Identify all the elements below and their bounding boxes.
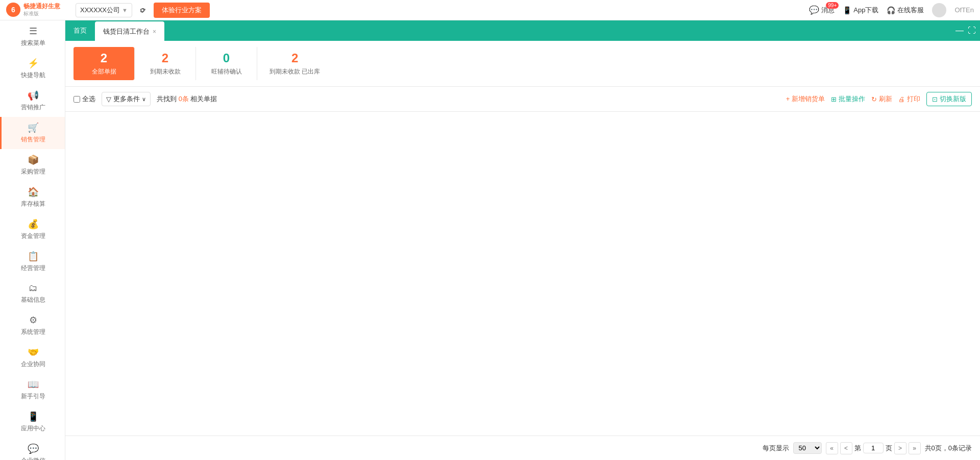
sidebar-item-2[interactable]: 📢营销推广 <box>0 85 65 117</box>
top-right: 💬 消息 99+ 📱 App下载 🎧 在线客服 OfTEn <box>809 3 974 17</box>
switch-version-button[interactable]: ⊡ 切换新版 <box>926 92 972 106</box>
switch-icon: ⊡ <box>932 95 938 103</box>
stat-card-0[interactable]: 2 全部单据 <box>74 47 135 80</box>
sidebar-item-8[interactable]: 🗂基础信息 <box>0 278 65 309</box>
sidebar-icon-9: ⚙ <box>29 314 37 326</box>
page-label-prefix: 第 <box>854 444 861 453</box>
current-page-input[interactable] <box>863 443 884 453</box>
gear-icon <box>138 6 146 14</box>
stat-number-3: 2 <box>291 51 298 65</box>
sidebar-label-3: 销售管理 <box>21 135 45 144</box>
stat-card-3[interactable]: 2 到期未收款 已出库 <box>257 47 332 80</box>
app-download-button[interactable]: 📱 App下载 <box>843 6 878 15</box>
sidebar-label-2: 营销推广 <box>21 103 45 112</box>
company-selector[interactable]: XXXXXX公司 ▼ <box>76 3 132 17</box>
sidebar: ☰搜索菜单⚡快捷导航📢营销推广🛒销售管理📦采购管理🏠库存核算💰资金管理📋经营管理… <box>0 20 65 460</box>
sidebar-label-10: 企业协同 <box>21 360 45 369</box>
print-icon: 🖨 <box>898 95 905 103</box>
sidebar-label-8: 基础信息 <box>21 296 45 304</box>
filter-button[interactable]: ▽ 更多条件 ∨ <box>102 92 151 106</box>
sidebar-icon-6: 💰 <box>28 219 39 230</box>
found-count: 0条 <box>179 95 189 103</box>
logo-text: 畅捷通好生意 <box>23 3 60 10</box>
next-page-button[interactable]: > <box>894 442 906 454</box>
sidebar-label-6: 资金管理 <box>21 232 45 240</box>
add-order-button[interactable]: + 新增销货单 <box>786 94 825 104</box>
tab-minimize-icon[interactable]: — <box>955 26 964 35</box>
tab-qianhuorizuo[interactable]: 钱货日清工作台 × <box>95 21 164 42</box>
sidebar-item-11[interactable]: 📖新手引导 <box>0 374 65 406</box>
message-badge: 99+ <box>826 2 839 9</box>
avatar[interactable] <box>932 3 946 17</box>
tab-close-icon[interactable]: × <box>153 28 156 35</box>
per-page-select[interactable]: 50 20 100 <box>793 442 822 454</box>
prev-page-button[interactable]: < <box>840 442 852 454</box>
user-name[interactable]: OfTEn <box>954 6 974 14</box>
sidebar-icon-3: 🛒 <box>28 122 39 133</box>
sidebar-icon-2: 📢 <box>28 90 39 101</box>
sidebar-label-1: 快捷导航 <box>21 71 45 80</box>
sidebar-icon-0: ☰ <box>29 26 37 37</box>
phone-icon: 📱 <box>843 6 851 14</box>
sidebar-item-1[interactable]: ⚡快捷导航 <box>0 53 65 85</box>
headset-icon: 🎧 <box>887 6 895 14</box>
sidebar-item-3[interactable]: 🛒销售管理 <box>0 117 65 149</box>
logo-sub: 标准版 <box>23 10 60 17</box>
sidebar-item-13[interactable]: 💬企业微信 <box>0 438 65 460</box>
message-icon: 💬 <box>809 5 819 15</box>
stat-card-1[interactable]: 2 到期未收款 <box>135 47 196 80</box>
sidebar-item-6[interactable]: 💰资金管理 <box>0 213 65 246</box>
stat-number-1: 2 <box>162 51 168 65</box>
batch-icon: ⊞ <box>831 95 837 103</box>
stat-number-0: 2 <box>101 51 107 65</box>
sidebar-item-0[interactable]: ☰搜索菜单 <box>0 20 65 53</box>
first-page-button[interactable]: « <box>826 442 838 454</box>
logo-area: 6 畅捷通好生意 标准版 <box>6 3 71 17</box>
sidebar-label-4: 采购管理 <box>21 167 45 176</box>
sidebar-item-4[interactable]: 📦采购管理 <box>0 149 65 181</box>
sidebar-icon-12: 📱 <box>28 411 39 422</box>
stat-label-0: 全部单据 <box>92 67 116 76</box>
per-page-label: 每页显示 <box>763 444 789 453</box>
sidebar-label-13: 企业微信 <box>21 456 45 460</box>
select-all-input[interactable] <box>74 96 80 103</box>
last-page-button[interactable]: » <box>909 442 921 454</box>
sidebar-item-10[interactable]: 🤝企业协同 <box>0 342 65 374</box>
tab-maximize-icon[interactable]: ⛶ <box>968 26 976 35</box>
experience-button[interactable]: 体验行业方案 <box>154 3 210 18</box>
batch-operation-button[interactable]: ⊞ 批量操作 <box>831 94 865 104</box>
pagination: 每页显示 50 20 100 « < 第 页 <box>65 435 980 460</box>
page-navigation: « < 第 页 > » <box>826 442 921 454</box>
sidebar-icon-1: ⚡ <box>28 58 39 69</box>
sidebar-item-5[interactable]: 🏠库存核算 <box>0 181 65 213</box>
sidebar-item-7[interactable]: 📋经营管理 <box>0 246 65 278</box>
sidebar-label-5: 库存核算 <box>21 200 45 208</box>
content-area: 首页 钱货日清工作台 × — ⛶ 2 全部单据 2 到期未收款 0 旺辅待确认 … <box>65 20 980 460</box>
sidebar-label-11: 新手引导 <box>21 392 45 401</box>
chevron-down-icon: ∨ <box>142 96 146 103</box>
sidebar-label-0: 搜索菜单 <box>21 39 45 47</box>
select-all-checkbox[interactable]: 全选 <box>74 94 95 104</box>
sidebar-label-7: 经营管理 <box>21 264 45 273</box>
sidebar-icon-11: 📖 <box>28 379 39 390</box>
message-button[interactable]: 💬 消息 99+ <box>809 5 835 15</box>
toolbar: 全选 ▽ 更多条件 ∨ 共找到 0条 相关单据 + 新增销货单 <box>65 87 980 112</box>
found-text: 共找到 0条 相关单据 <box>157 94 217 104</box>
filter-icon: ▽ <box>106 95 111 103</box>
sidebar-icon-10: 🤝 <box>28 347 39 358</box>
sidebar-item-9[interactable]: ⚙系统管理 <box>0 309 65 342</box>
settings-button[interactable] <box>135 3 150 17</box>
stat-card-2[interactable]: 0 旺辅待确认 <box>196 47 257 80</box>
online-service-button[interactable]: 🎧 在线客服 <box>887 6 924 15</box>
stat-label-1: 到期未收款 <box>150 67 181 76</box>
tab-home[interactable]: 首页 <box>65 20 95 41</box>
sidebar-icon-4: 📦 <box>28 154 39 165</box>
sidebar-icon-5: 🏠 <box>28 186 39 198</box>
refresh-button[interactable]: ↻ 刷新 <box>871 94 892 104</box>
sidebar-item-12[interactable]: 📱应用中心 <box>0 406 65 438</box>
refresh-icon: ↻ <box>871 95 877 103</box>
stats-row: 2 全部单据 2 到期未收款 0 旺辅待确认 2 到期未收款 已出库 <box>65 41 980 87</box>
print-button[interactable]: 🖨 打印 <box>898 94 920 104</box>
sidebar-icon-13: 💬 <box>28 443 39 454</box>
company-name: XXXXXX公司 <box>80 6 120 15</box>
